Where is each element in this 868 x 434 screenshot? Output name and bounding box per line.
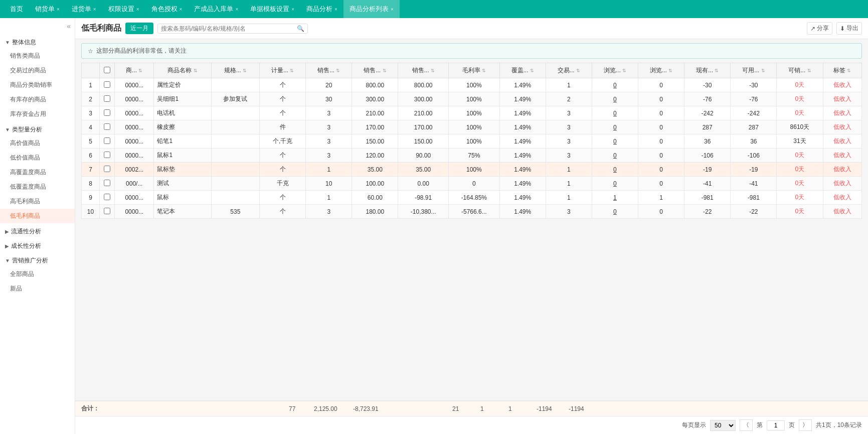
row-checkbox[interactable] (104, 137, 110, 144)
row-checkbox[interactable] (104, 166, 110, 172)
sidebar-group-type[interactable]: ▼ 类型量分析 (0, 121, 75, 136)
sidebar-item-category-rate[interactable]: 商品分类助销率 (0, 78, 75, 92)
row-checkbox[interactable] (104, 152, 110, 158)
th-amount[interactable]: 销售... ⇅ (352, 63, 398, 78)
nav-permissions[interactable]: 权限设置 × (102, 0, 145, 18)
row-browse1[interactable]: 0 (592, 120, 638, 134)
row-checkbox[interactable] (104, 81, 110, 88)
row-checkbox[interactable] (104, 109, 110, 116)
sidebar-item-low-value[interactable]: 低价值商品 (0, 151, 75, 165)
search-icon[interactable]: 🔍 (297, 25, 304, 32)
alert-banner: ☆ 这部分商品的利润非常低，请关注 (81, 43, 862, 59)
sidebar-group-growth[interactable]: ▶ 成长性分析 (0, 238, 75, 252)
th-name[interactable]: 商品名称 ⇅ (154, 63, 211, 78)
row-check[interactable] (100, 177, 115, 191)
nav-roles-close[interactable]: × (180, 7, 183, 12)
search-input[interactable] (161, 25, 297, 32)
row-checkbox[interactable] (104, 208, 110, 214)
page-input[interactable] (767, 420, 785, 430)
th-cover[interactable]: 覆盖... ⇅ (499, 63, 546, 78)
row-check[interactable] (100, 163, 115, 177)
row-checkbox[interactable] (104, 123, 110, 130)
sidebar-collapse-btn[interactable]: « (0, 18, 75, 34)
row-check[interactable] (100, 149, 115, 163)
nav-permissions-close[interactable]: × (136, 7, 139, 12)
nav-roles[interactable]: 角色授权 × (145, 0, 189, 18)
th-spec[interactable]: 规格... ⇅ (211, 63, 259, 78)
row-check[interactable] (100, 106, 115, 120)
th-avail[interactable]: 可用... ⇅ (731, 63, 777, 78)
row-check[interactable] (100, 191, 115, 205)
sidebar-item-low-margin[interactable]: 低毛利商品 (0, 209, 75, 223)
sidebar-group-marketing[interactable]: ▼ 营销推广分析 (0, 252, 75, 267)
table-container[interactable]: 商... ⇅ 商品名称 ⇅ 规格... ⇅ 计量... ⇅ 销售... ⇅ 销售… (81, 63, 862, 400)
th-sellable[interactable]: 可销... ⇅ (777, 63, 823, 78)
th-unit[interactable]: 计量... ⇅ (260, 63, 306, 78)
row-cover: 1.49% (499, 106, 546, 120)
sidebar-item-stock-goods[interactable]: 有库存的商品 (0, 92, 75, 107)
sidebar-item-new-goods[interactable]: 新品 (0, 281, 75, 296)
th-seq[interactable] (82, 63, 100, 78)
nav-purchase-close[interactable]: × (93, 7, 96, 12)
nav-purchase[interactable]: 进货单 × (66, 0, 102, 18)
next-page-btn[interactable]: 〉 (799, 419, 812, 431)
per-page-select[interactable]: 50 20 100 (710, 420, 736, 431)
nav-analysis-close[interactable]: × (334, 7, 337, 12)
nav-sales[interactable]: 销货单 × (29, 0, 66, 18)
nav-analysis[interactable]: 商品分析 × (300, 0, 343, 18)
date-filter-btn[interactable]: 近一月 (125, 23, 153, 34)
th-tag[interactable]: 标签 ⇅ (823, 63, 861, 78)
export-button[interactable]: ⬇ 导出 (836, 22, 862, 35)
row-browse1[interactable]: 0 (592, 205, 638, 219)
share-button[interactable]: ↗ 分享 (807, 22, 832, 35)
th-browse1[interactable]: 浏览... ⇅ (592, 63, 638, 78)
row-browse1[interactable]: 0 (592, 149, 638, 163)
row-checkbox[interactable] (104, 95, 110, 102)
th-browse2[interactable]: 浏览... ⇅ (638, 63, 684, 78)
row-browse1[interactable]: 1 (592, 191, 638, 205)
sidebar-group-overall[interactable]: ▼ 整体信息 (0, 34, 75, 49)
nav-templates[interactable]: 单据模板设置 × (244, 0, 300, 18)
row-check[interactable] (100, 205, 115, 219)
nav-products-close[interactable]: × (235, 7, 238, 12)
row-browse1[interactable]: 0 (592, 177, 638, 191)
row-browse1[interactable]: 0 (592, 163, 638, 177)
sidebar-item-traded-goods[interactable]: 交易过的商品 (0, 63, 75, 78)
row-check[interactable] (100, 92, 115, 106)
sidebar-item-sales-goods[interactable]: 销售类商品 (0, 49, 75, 63)
th-margin[interactable]: 毛利率 ⇅ (449, 63, 500, 78)
nav-products[interactable]: 产成品入库单 × (188, 0, 244, 18)
row-checkbox[interactable] (104, 194, 110, 200)
row-browse1[interactable]: 0 (592, 78, 638, 92)
sidebar-group-flow[interactable]: ▶ 流通性分析 (0, 223, 75, 238)
nav-analysis-list-close[interactable]: × (391, 7, 394, 12)
row-check[interactable] (100, 134, 115, 149)
sidebar-item-high-margin[interactable]: 高毛利商品 (0, 194, 75, 209)
sidebar-item-capital[interactable]: 库存资金占用 (0, 107, 75, 121)
nav-sales-close[interactable]: × (57, 7, 60, 12)
sidebar-item-high-value[interactable]: 高价值商品 (0, 136, 75, 151)
prev-page-btn[interactable]: 〈 (740, 419, 753, 431)
row-check[interactable] (100, 120, 115, 134)
sidebar-item-all-goods[interactable]: 全部商品 (0, 267, 75, 281)
row-browse1[interactable]: 0 (592, 134, 638, 149)
row-browse1[interactable]: 0 (592, 92, 638, 106)
nav-templates-close[interactable]: × (291, 7, 294, 12)
row-spec (211, 120, 259, 134)
select-all-checkbox[interactable] (104, 67, 110, 73)
row-check[interactable] (100, 78, 115, 92)
nav-home[interactable]: 首页 (4, 0, 29, 18)
th-qty[interactable]: 销售... ⇅ (306, 63, 352, 78)
th-check[interactable] (100, 63, 115, 78)
th-trade[interactable]: 交易... ⇅ (546, 63, 592, 78)
sidebar-item-low-coverage[interactable]: 低覆盖度商品 (0, 180, 75, 194)
th-code[interactable]: 商... ⇅ (115, 63, 154, 78)
row-browse1[interactable]: 0 (592, 106, 638, 120)
th-stock[interactable]: 现有... ⇅ (684, 63, 731, 78)
row-name: 电话机 (154, 106, 211, 120)
nav-analysis-list[interactable]: 商品分析列表 × (343, 0, 400, 18)
row-checkbox[interactable] (104, 180, 110, 186)
sidebar-item-high-coverage[interactable]: 高覆盖度商品 (0, 165, 75, 180)
th-profit[interactable]: 销售... ⇅ (398, 63, 449, 78)
row-tag: 低收入 (823, 205, 861, 219)
